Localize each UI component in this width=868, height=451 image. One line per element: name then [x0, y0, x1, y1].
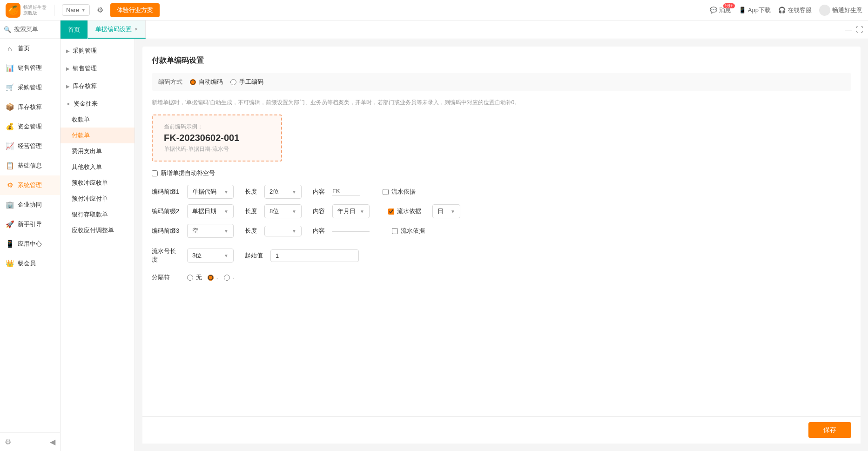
submenu-item-adjust[interactable]: 应收应付调整单: [61, 222, 135, 238]
message-icon: 💬: [710, 7, 717, 13]
manual-code-radio[interactable]: [230, 79, 236, 85]
submenu-item-advance-payment[interactable]: 预付冲应付单: [61, 191, 135, 207]
brand-icon: 🍊: [6, 3, 20, 18]
separator-dot-radio[interactable]: [224, 275, 230, 281]
prefix1-stream-checkbox[interactable]: [383, 189, 389, 195]
tab-close-icon[interactable]: ×: [135, 26, 138, 33]
start-value-input[interactable]: [270, 249, 359, 262]
sidebar-item-sales[interactable]: 📊 销售管理: [0, 58, 60, 78]
submenu-header-inventory[interactable]: ▶ 库存核算: [61, 78, 135, 94]
submenu-item-expense[interactable]: 费用支出单: [61, 143, 135, 159]
separator-dot-label[interactable]: ·: [224, 274, 235, 281]
tab-home[interactable]: 首页: [61, 20, 88, 39]
prefix3-stream-checkbox[interactable]: [392, 228, 398, 234]
company-selector[interactable]: Nare ▼: [62, 4, 90, 16]
prefix3-select[interactable]: 空 ▼: [187, 224, 234, 238]
message-button[interactable]: 💬 消息 99+: [710, 6, 731, 14]
serial-length-select[interactable]: 3位 ▼: [187, 249, 234, 263]
code-example-value: FK-20230602-001: [164, 133, 270, 143]
chevron-down-icon2: ▼: [66, 101, 71, 106]
top-bar-right: 💬 消息 99+ 📱 App下载 🎧 在线客服 畅通好生意: [710, 5, 862, 16]
prefix2-stream-arrow-icon: ▼: [451, 209, 455, 214]
prefix1-select[interactable]: 单据代码 ▼: [187, 185, 234, 199]
user-profile[interactable]: 畅通好生意: [819, 5, 862, 16]
code-example-box: 当前编码示例： FK-20230602-001 单据代码-单据日期-流水号: [152, 114, 282, 162]
bottom-bar: 保存: [142, 416, 861, 444]
inventory-icon: 📦: [6, 103, 14, 111]
manual-code-radio-label[interactable]: 手工编码: [230, 78, 263, 86]
prefix1-content-label: 内容: [313, 188, 325, 196]
sidebar-item-home[interactable]: ⌂ 首页: [0, 39, 60, 58]
newguide-icon: 🚀: [6, 220, 14, 229]
auto-code-radio[interactable]: [190, 79, 196, 85]
auto-fill-checkbox-label[interactable]: 新增单据自动补空号: [152, 169, 215, 177]
submenu-item-bank[interactable]: 银行存取款单: [61, 207, 135, 222]
prefix1-length-label: 长度: [245, 188, 257, 196]
auto-fill-checkbox[interactable]: [152, 170, 158, 176]
chevron-right-icon3: ▶: [66, 84, 70, 89]
sidebar-item-capital[interactable]: 💰 资金管理: [0, 117, 60, 136]
sales-icon: 📊: [6, 64, 14, 72]
submenu-item-payment[interactable]: 付款单: [61, 128, 135, 143]
sidebar-item-operations[interactable]: 📈 经营管理: [0, 136, 60, 156]
prefix2-stream-checkbox[interactable]: [388, 209, 394, 215]
notice-text: 新增单据时，'单据编码'自动生成，不可编辑，前缀设置为部门、业务员等档案类，开单…: [152, 98, 851, 107]
submenu-item-other-income[interactable]: 其他收入单: [61, 159, 135, 175]
prefix3-label: 编码前缀3: [152, 227, 180, 235]
chevron-right-icon2: ▶: [66, 66, 70, 71]
save-button[interactable]: 保存: [808, 422, 851, 438]
prefix1-arrow-icon: ▼: [224, 189, 229, 195]
auto-code-radio-label[interactable]: 自动编码: [190, 78, 223, 86]
chevron-down-icon: ▼: [81, 7, 86, 13]
submenu-header-purchase[interactable]: ▶ 采购管理: [61, 43, 135, 59]
sidebar-item-newguide[interactable]: 🚀 新手引导: [0, 215, 60, 234]
sidebar-item-appcenter[interactable]: 📱 应用中心: [0, 234, 60, 254]
prefix2-stream-select[interactable]: 日 ▼: [432, 204, 460, 218]
search-menu-button[interactable]: 🔍 搜索菜单: [0, 20, 60, 39]
prefix1-content-value: FK: [332, 188, 360, 196]
sidebar-item-inventory[interactable]: 📦 库存核算: [0, 97, 60, 117]
member-icon: 👑: [6, 259, 14, 268]
separator-dash-radio[interactable]: [208, 275, 214, 281]
prefix2-length-select[interactable]: 8位 ▼: [264, 204, 302, 218]
separator-none-radio[interactable]: [187, 275, 193, 281]
tab-encoding-settings[interactable]: 单据编码设置 ×: [88, 20, 146, 39]
prefix2-content-select[interactable]: 年月日 ▼: [332, 204, 370, 218]
sidebar-item-member[interactable]: 👑 畅会员: [0, 254, 60, 273]
prefix1-row: 编码前缀1 单据代码 ▼ 长度 2位 ▼ 内容 FK: [152, 185, 851, 199]
prefix3-length-select[interactable]: ▼: [264, 226, 302, 236]
collapse-button[interactable]: ◀: [50, 438, 55, 446]
code-example-label: 当前编码示例：: [164, 123, 270, 131]
tab-maximize-button[interactable]: ⛶: [856, 26, 863, 34]
prefix1-length-select[interactable]: 2位 ▼: [264, 185, 302, 199]
prefix3-stream-label[interactable]: 流水依据: [392, 227, 425, 235]
prefix1-stream-label[interactable]: 流水依据: [383, 188, 416, 196]
sidebar-item-system[interactable]: ⚙ 系统管理: [0, 175, 60, 195]
submenu-group-sales: ▶ 销售管理: [61, 61, 135, 76]
submenu-header-capital[interactable]: ▼ 资金往来: [61, 96, 135, 112]
page-content: ▶ 采购管理 ▶ 销售管理 ▶ 库存核算: [61, 39, 868, 451]
submenu-item-advance-receipt[interactable]: 预收冲应收单: [61, 175, 135, 191]
tab-minimize-button[interactable]: —: [845, 26, 852, 34]
online-service-button[interactable]: 🎧 在线客服: [778, 6, 812, 14]
industry-button[interactable]: 体验行业方案: [110, 3, 160, 17]
separator-dash-label[interactable]: -: [208, 274, 218, 281]
appcenter-icon: 📱: [6, 240, 14, 248]
top-bar-left: 🍊 畅通好生意 旗舰版 Nare ▼ ⚙ 体验行业方案: [6, 3, 160, 18]
submenu-group-inventory: ▶ 库存核算: [61, 78, 135, 94]
sidebar-item-enterprise[interactable]: 🏢 企业协同: [0, 195, 60, 215]
settings-button[interactable]: ⚙: [94, 4, 107, 17]
prefix2-length-label: 长度: [245, 207, 257, 215]
enterprise-icon: 🏢: [6, 201, 14, 209]
separator-none-label[interactable]: 无: [187, 273, 202, 282]
submenu-item-receipt[interactable]: 收款单: [61, 112, 135, 128]
sidebar-item-purchase[interactable]: 🛒 采购管理: [0, 78, 60, 97]
prefix2-stream-label[interactable]: 流水依据: [388, 207, 421, 215]
prefix2-select[interactable]: 单据日期 ▼: [187, 204, 234, 218]
sidebar-item-base[interactable]: 📋 基础信息: [0, 156, 60, 175]
submenu-header-sales[interactable]: ▶ 销售管理: [61, 61, 135, 76]
app-download-button[interactable]: 📱 App下载: [739, 6, 771, 14]
settings-bottom-button[interactable]: ⚙: [5, 438, 11, 446]
prefix3-length-label: 长度: [245, 227, 257, 235]
chevron-right-icon: ▶: [66, 48, 70, 54]
